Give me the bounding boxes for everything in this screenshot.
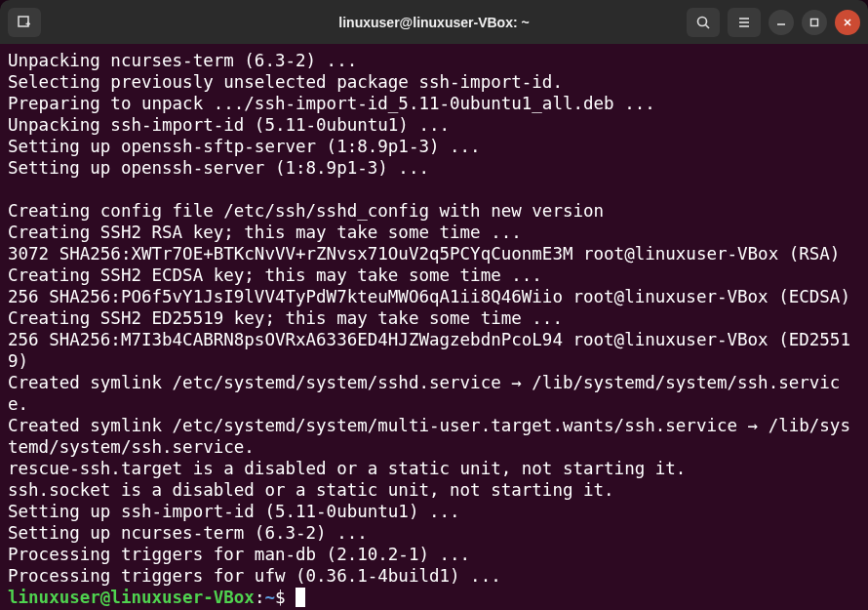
prompt-user-host: linuxuser@linuxuser-VBox	[8, 588, 255, 607]
titlebar: linuxuser@linuxuser-VBox: ~	[0, 0, 868, 44]
maximize-button[interactable]	[802, 10, 827, 35]
maximize-icon	[809, 17, 820, 28]
svg-point-3	[698, 17, 707, 25]
prompt-symbol: $	[275, 588, 286, 607]
hamburger-icon	[736, 15, 752, 30]
prompt-colon: :	[255, 588, 265, 607]
window-title: linuxuser@linuxuser-VBox: ~	[338, 15, 529, 30]
new-tab-button[interactable]	[8, 8, 41, 37]
title-controls	[687, 8, 860, 37]
terminal-output: Unpacking ncurses-term (6.3-2) ... Selec…	[8, 51, 850, 586]
terminal-area[interactable]: Unpacking ncurses-term (6.3-2) ... Selec…	[0, 44, 868, 610]
svg-line-4	[706, 24, 710, 28]
menu-button[interactable]	[728, 8, 761, 37]
svg-rect-0	[19, 17, 28, 26]
search-button[interactable]	[687, 8, 720, 37]
new-tab-icon	[17, 15, 32, 30]
search-icon	[695, 15, 711, 30]
svg-rect-9	[811, 19, 818, 25]
cursor	[296, 588, 305, 607]
minimize-button[interactable]	[769, 10, 794, 35]
close-icon	[842, 17, 853, 28]
minimize-icon	[775, 17, 787, 28]
close-button[interactable]	[835, 10, 860, 35]
prompt-path: ~	[264, 588, 275, 607]
